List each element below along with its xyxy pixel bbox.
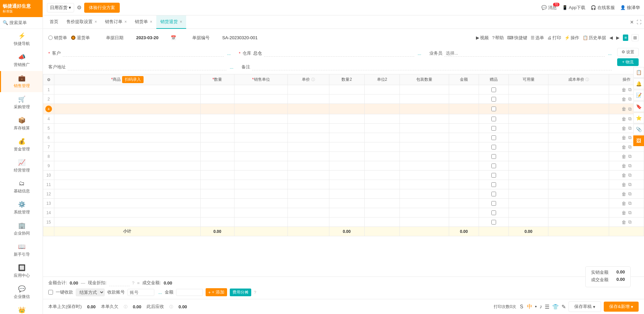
row-11-delete-btn[interactable]: 🗑 <box>622 182 626 187</box>
tab-sales-delivery[interactable]: 销货单 × <box>131 15 156 29</box>
row-2-delete-btn[interactable]: 🗑 <box>622 97 626 102</box>
sidebar-item-wechat[interactable]: 💬 企业微信 <box>0 282 43 303</box>
row-1-delete-btn[interactable]: 🗑 <box>622 87 626 92</box>
row-1-product[interactable] <box>54 85 201 95</box>
row-1-unit2[interactable] <box>364 85 399 95</box>
toolbar-view-list-icon[interactable]: ≡ <box>623 35 628 41</box>
salesperson-input[interactable] <box>444 50 605 57</box>
row-6-gift-checkbox[interactable] <box>491 135 496 140</box>
sidebar-item-inventory[interactable]: 📦 库存核算 <box>0 113 43 134</box>
print-tool-6[interactable]: 👕 <box>552 304 559 310</box>
warehouse-dots-icon[interactable]: ... <box>418 51 421 56</box>
sidebar-item-finance[interactable]: 💰 资金管理 <box>0 134 43 155</box>
account-input[interactable] <box>127 289 154 296</box>
row-1-qty2[interactable] <box>329 85 364 95</box>
row-9-copy-btn[interactable]: ⧉ <box>628 163 632 169</box>
sidebar-item-operations[interactable]: 📈 经营管理 <box>0 155 43 177</box>
row-10-gift-checkbox[interactable] <box>491 173 496 178</box>
remark-input[interactable] <box>252 64 612 70</box>
tab-home[interactable]: 首页 <box>46 15 62 29</box>
toolbar-print[interactable]: 🖨 打印 <box>547 35 561 41</box>
user-profile[interactable]: 👤 徐泽华 <box>620 5 640 11</box>
row-1-gift-checkbox[interactable] <box>491 87 496 92</box>
row-1-available[interactable] <box>509 85 548 95</box>
row-1-pack-qty[interactable] <box>400 85 449 95</box>
row-12-gift-checkbox[interactable] <box>491 192 496 196</box>
message-badge[interactable]: 💬 消息 70 <box>541 5 557 11</box>
tabs-close-icon[interactable]: ✕ <box>630 19 634 25</box>
row-2-cost-price[interactable] <box>548 95 609 104</box>
row-15-gift-checkbox[interactable] <box>491 220 496 225</box>
row-2-copy-btn[interactable]: ⧉ <box>628 96 632 102</box>
warehouse-input[interactable] <box>264 50 414 57</box>
row-2-unit-price[interactable] <box>288 95 329 104</box>
row-15-copy-btn[interactable]: ⧉ <box>628 219 632 225</box>
edge-btn-4[interactable]: 🔖 <box>633 101 644 112</box>
row-13-copy-btn[interactable]: ⧉ <box>628 200 632 206</box>
tab-price-setting[interactable]: 售价提取设置 × <box>62 15 101 29</box>
toolbar-help[interactable]: ? 帮助 <box>492 35 504 41</box>
save-new-btn[interactable]: 保存&新增 ▾ <box>604 302 639 312</box>
split-fee-btn[interactable]: 费用分摊 <box>230 289 251 296</box>
print-tool-1[interactable]: Ｓ <box>519 303 524 310</box>
row-3-cost-price[interactable] <box>548 104 609 114</box>
row-2-qty[interactable] <box>200 95 234 104</box>
edge-btn-3[interactable]: 📝 <box>633 90 644 101</box>
toolbar-select[interactable]: ☰ 选单 <box>531 35 544 41</box>
row-2-unit2[interactable] <box>364 95 399 104</box>
radio-delivery[interactable]: 销货单 <box>48 35 67 41</box>
print-tool-5[interactable]: ☰ <box>545 304 549 310</box>
row-4-delete-btn[interactable]: 🗑 <box>622 116 626 122</box>
toolbar-next-icon[interactable]: ▶ <box>616 35 620 40</box>
row-14-gift-checkbox[interactable] <box>491 210 496 215</box>
row-2-gift-checkbox[interactable] <box>491 97 496 102</box>
row-2-product[interactable] <box>54 95 201 104</box>
row-3-pack-qty[interactable] <box>400 104 449 114</box>
radio-delivery-input[interactable] <box>48 36 53 40</box>
sidebar-item-guide[interactable]: 📖 新手引导 <box>0 240 43 261</box>
row-3-delete-btn[interactable]: 🗑 <box>622 106 626 112</box>
sidebar-item-apps[interactable]: 🔲 应用中心 <box>0 261 43 282</box>
edge-btn-1[interactable]: 📋 <box>633 67 644 78</box>
row-2-qty2[interactable] <box>329 95 364 104</box>
discount-input[interactable] <box>109 279 129 286</box>
scan-btn[interactable]: 扫码录入 <box>122 76 144 83</box>
row-3-product-input[interactable] <box>56 107 198 112</box>
row-5-gift-checkbox[interactable] <box>491 126 496 131</box>
row-5-delete-btn[interactable]: 🗑 <box>622 126 626 131</box>
row-7-copy-btn[interactable]: ⧉ <box>628 144 632 150</box>
row-2-pack-qty[interactable] <box>400 95 449 104</box>
tab-price-setting-close-icon[interactable]: × <box>95 19 97 24</box>
print-tool-3[interactable]: • <box>535 304 537 310</box>
row-7-delete-btn[interactable]: 🗑 <box>622 144 626 150</box>
toolbar-shortcut[interactable]: ⌨ 快捷键 <box>507 35 527 41</box>
radio-return[interactable]: 退货单 <box>71 35 90 41</box>
sidebar-item-enterprise[interactable]: 🏢 企业协同 <box>0 218 43 240</box>
logistics-btn[interactable]: + 物流 <box>617 58 639 66</box>
row-13-gift-checkbox[interactable] <box>491 201 496 206</box>
row-12-delete-btn[interactable]: 🗑 <box>622 191 626 197</box>
edge-btn-7[interactable]: 🖼 <box>633 135 644 146</box>
toolbar-history[interactable]: 📋 历史单据 <box>583 35 606 41</box>
topbar-gear-icon[interactable]: ⚙ <box>77 4 82 11</box>
toolbar-prev-icon[interactable]: ◀ <box>609 35 613 40</box>
tab-sales-delivery-close-icon[interactable]: × <box>150 19 152 24</box>
row-1-sales-unit[interactable] <box>234 85 288 95</box>
tabs-maximize-icon[interactable]: ⛶ <box>637 19 641 25</box>
experience-btn[interactable]: 体验行业方案 <box>84 3 120 13</box>
row-3-amount[interactable] <box>449 104 479 114</box>
row-3-product[interactable] <box>54 104 201 114</box>
row-1-copy-btn[interactable]: ⧉ <box>628 87 632 92</box>
tab-sales-return-close-icon[interactable]: × <box>180 19 182 24</box>
row-3-qty[interactable] <box>200 104 234 114</box>
row-9-delete-btn[interactable]: 🗑 <box>622 163 626 169</box>
sidebar-item-purchase[interactable]: 🛒 采购管理 <box>0 92 43 113</box>
print-tool-4[interactable]: ♪ <box>539 304 542 310</box>
add-fee-btn[interactable]: + + 添加 <box>206 288 227 296</box>
tab-sales-order[interactable]: 销售订单 × <box>101 15 131 29</box>
app-download[interactable]: 📱 App下载 <box>562 5 585 11</box>
save-draft-btn[interactable]: 保存草稿 ▾ <box>569 301 601 312</box>
toolbar-operate[interactable]: ⚡ 操作 <box>565 35 579 41</box>
row-3-qty2[interactable] <box>329 104 364 114</box>
date-picker-icon[interactable]: 📅 <box>171 35 176 40</box>
